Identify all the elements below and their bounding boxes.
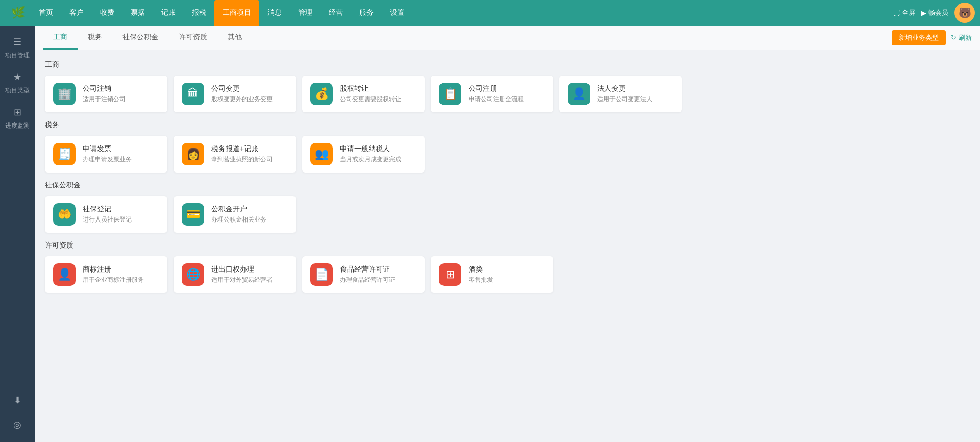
sidebar-label-project-type: 项目类型 [5, 86, 30, 95]
section-title-tax: 税务 [45, 120, 970, 130]
card-equity-transfer[interactable]: 💰 股权转让 公司变更需要股权转让 [302, 76, 425, 112]
card-info-legal-change: 法人变更 适用于公司变更法人 [597, 84, 652, 104]
nav-accounting[interactable]: 记账 [153, 0, 184, 26]
card-name-provident-fund: 公积金开户 [211, 205, 266, 214]
card-desc-trademark: 用于企业商标注册服务 [83, 276, 144, 284]
card-name-general-taxpayer: 申请一般纳税人 [340, 144, 401, 154]
tab-industry[interactable]: 工商 [43, 26, 78, 50]
card-icon-legal-change: 👤 [568, 83, 590, 105]
card-grid-social: 🤲 社保登记 进行人员社保登记 💳 公积金开户 办理公积金相关业务 [45, 196, 970, 233]
card-icon-general-taxpayer: 👥 [310, 143, 333, 165]
sidebar-item-project-type[interactable]: ★ 项目类型 [0, 65, 35, 100]
top-nav-right: ⛶ 全屏 ▶ 畅会员 🐻 [893, 3, 975, 23]
refresh-label: 刷新 [959, 33, 972, 42]
card-info-liquor: 酒类 零售批发 [469, 265, 493, 284]
card-desc-company-change: 股权变更外的业务变更 [211, 95, 273, 104]
card-tax-report[interactable]: 👩 税务报道+记账 拿到营业执照的新公司 [174, 136, 296, 173]
card-desc-legal-change: 适用于公司变更法人 [597, 95, 652, 104]
sidebar-location-btn[interactable]: ◎ [0, 412, 35, 437]
card-icon-company-register: 📋 [439, 83, 461, 105]
card-desc-company-register: 申请公司注册全流程 [469, 95, 524, 104]
card-icon-food-license: 📄 [310, 263, 333, 286]
card-company-register[interactable]: 📋 公司注册 申请公司注册全流程 [431, 76, 553, 112]
card-grid-license: 👤 商标注册 用于企业商标注册服务 🌐 进出口权办理 适用于对外贸易经营者 📄 [45, 256, 970, 293]
section-title-license: 许可资质 [45, 241, 970, 250]
nav-message[interactable]: 消息 [259, 0, 290, 26]
nav-industry[interactable]: 工商项目 [214, 0, 259, 26]
nav-customer[interactable]: 客户 [61, 0, 92, 26]
mascot-avatar: 🐻 [954, 3, 975, 23]
card-liquor[interactable]: ⊞ 酒类 零售批发 [431, 256, 553, 293]
card-name-company-register: 公司注册 [469, 84, 524, 93]
card-company-change[interactable]: 🏛 公司变更 股权变更外的业务变更 [174, 76, 296, 112]
sidebar-bottom: ⬇ ◎ [0, 388, 35, 442]
card-name-tax-report: 税务报道+记账 [211, 144, 273, 154]
card-grid-industry: 🏢 公司注销 适用于注销公司 🏛 公司变更 股权变更外的业务变更 💰 [45, 76, 970, 112]
project-manage-icon: ☰ [10, 35, 24, 49]
card-name-import-export: 进出口权办理 [211, 265, 273, 274]
section-title-social: 社保公积金 [45, 181, 970, 190]
card-name-legal-change: 法人变更 [597, 84, 652, 93]
fullscreen-btn[interactable]: ⛶ 全屏 [893, 8, 915, 17]
card-company-cancel[interactable]: 🏢 公司注销 适用于注销公司 [45, 76, 167, 112]
nav-bill[interactable]: 票据 [122, 0, 153, 26]
card-desc-apply-invoice: 办理申请发票业务 [83, 155, 132, 164]
main-layout: ☰ 项目管理 ★ 项目类型 ⊞ 进度监测 ⬇ ◎ 工商 税务 社保公积金 [0, 26, 980, 442]
tab-license[interactable]: 许可资质 [168, 26, 217, 50]
card-icon-apply-invoice: 🧾 [53, 143, 76, 165]
card-name-social-insurance: 社保登记 [83, 205, 132, 214]
card-name-company-change: 公司变更 [211, 84, 273, 93]
sidebar-download-btn[interactable]: ⬇ [0, 388, 35, 412]
download-icon: ⬇ [10, 393, 24, 407]
member-btn[interactable]: ▶ 畅会员 [921, 8, 948, 17]
nav-settings[interactable]: 设置 [382, 0, 412, 26]
card-icon-import-export: 🌐 [182, 263, 204, 286]
card-info-company-change: 公司变更 股权变更外的业务变更 [211, 84, 273, 104]
tab-social-insurance[interactable]: 社保公积金 [112, 26, 168, 50]
card-name-equity-transfer: 股权转让 [340, 84, 401, 93]
card-desc-food-license: 办理食品经营许可证 [340, 276, 395, 284]
card-icon-social-insurance: 🤲 [53, 203, 76, 226]
member-label: 畅会员 [928, 8, 948, 17]
card-legal-change[interactable]: 👤 法人变更 适用于公司变更法人 [559, 76, 682, 112]
card-desc-general-taxpayer: 当月或次月成变更完成 [340, 155, 401, 164]
card-icon-trademark: 👤 [53, 263, 76, 286]
card-icon-tax-report: 👩 [182, 143, 204, 165]
tab-other[interactable]: 其他 [217, 26, 252, 50]
card-desc-equity-transfer: 公司变更需要股权转让 [340, 95, 401, 104]
nav-operate[interactable]: 经营 [321, 0, 351, 26]
refresh-button[interactable]: ↻ 刷新 [951, 33, 972, 42]
nav-fee[interactable]: 收费 [92, 0, 122, 26]
card-trademark[interactable]: 👤 商标注册 用于企业商标注册服务 [45, 256, 167, 293]
card-info-food-license: 食品经营许可证 办理食品经营许可证 [340, 265, 395, 284]
card-desc-liquor: 零售批发 [469, 276, 493, 284]
logo: 🌿 [5, 0, 31, 26]
card-import-export[interactable]: 🌐 进出口权办理 适用于对外贸易经营者 [174, 256, 296, 293]
fullscreen-icon: ⛶ [893, 9, 900, 17]
sidebar-item-progress[interactable]: ⊞ 进度监测 [0, 100, 35, 135]
member-icon: ▶ [921, 9, 926, 17]
sidebar-item-project-manage[interactable]: ☰ 项目管理 [0, 30, 35, 65]
nav-menu: 首页 客户 收费 票据 记账 报税 工商项目 消息 管理 经营 服务 设置 [31, 0, 893, 26]
new-type-button[interactable]: 新增业务类型 [892, 30, 946, 45]
card-general-taxpayer[interactable]: 👥 申请一般纳税人 当月或次月成变更完成 [302, 136, 425, 173]
card-provident-fund[interactable]: 💳 公积金开户 办理公积金相关业务 [174, 196, 296, 233]
scroll-content[interactable]: 工商 🏢 公司注销 适用于注销公司 🏛 公司变更 股权变更外的业务变更 [35, 50, 980, 442]
card-social-insurance[interactable]: 🤲 社保登记 进行人员社保登记 [45, 196, 167, 233]
location-icon: ◎ [10, 418, 24, 432]
card-food-license[interactable]: 📄 食品经营许可证 办理食品经营许可证 [302, 256, 425, 293]
nav-service[interactable]: 服务 [351, 0, 382, 26]
card-info-social-insurance: 社保登记 进行人员社保登记 [83, 205, 132, 224]
nav-manage[interactable]: 管理 [290, 0, 321, 26]
tab-tax[interactable]: 税务 [78, 26, 112, 50]
card-name-trademark: 商标注册 [83, 265, 144, 274]
fullscreen-label: 全屏 [902, 8, 915, 17]
card-info-company-cancel: 公司注销 适用于注销公司 [83, 84, 126, 104]
nav-home[interactable]: 首页 [31, 0, 61, 26]
top-navigation: 🌿 首页 客户 收费 票据 记账 报税 工商项目 消息 管理 经营 服务 设置 … [0, 0, 980, 26]
progress-icon: ⊞ [10, 105, 24, 119]
card-apply-invoice[interactable]: 🧾 申请发票 办理申请发票业务 [45, 136, 167, 173]
card-info-apply-invoice: 申请发票 办理申请发票业务 [83, 144, 132, 164]
nav-tax[interactable]: 报税 [184, 0, 214, 26]
sidebar-label-project-manage: 项目管理 [5, 51, 30, 60]
